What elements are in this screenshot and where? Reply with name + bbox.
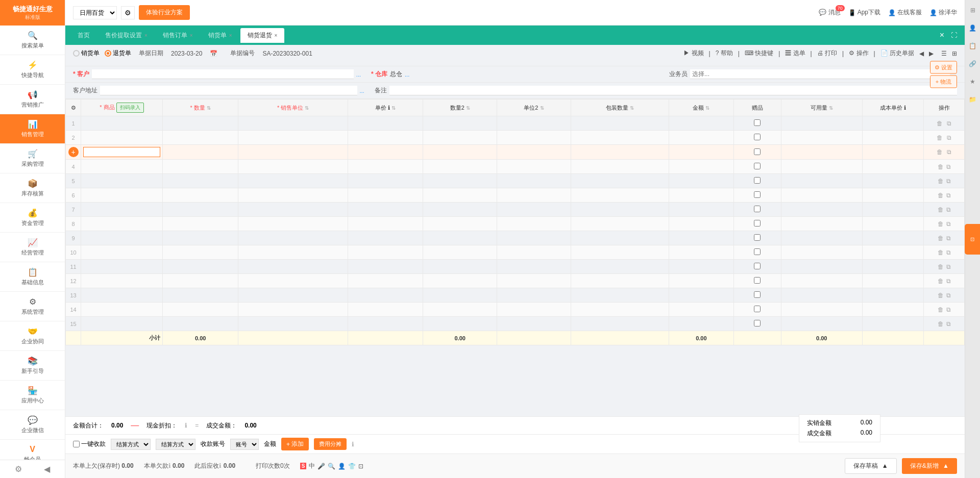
radio-return[interactable]: 退货单 [105,49,131,58]
row-unit-price[interactable] [348,116,423,131]
sidebar-item-purchase[interactable]: 🛒 采购管理 [0,144,65,173]
delete-icon[interactable]: 🗑 [938,220,944,228]
customer-input[interactable] [92,69,354,79]
row-qty2[interactable] [423,131,497,145]
sidebar-item-apps[interactable]: 🏪 应用中心 [0,381,65,410]
sort-icon[interactable]: ⇅ [207,105,211,111]
row-unit-price[interactable] [348,160,423,174]
tab-close-icon[interactable]: × [229,33,232,38]
date-value[interactable]: 2023-03-20 [171,50,202,57]
row-available[interactable] [781,131,862,145]
delete-icon[interactable]: 🗑 [938,235,944,242]
col-product[interactable]: * 商品 扫码录入 [81,99,163,116]
gift-checkbox[interactable] [754,119,761,126]
row-product[interactable] [81,116,163,131]
row-pack-qty[interactable] [571,160,669,174]
row-cost-price[interactable] [863,116,924,131]
row-pack-qty[interactable] [571,116,669,131]
col-sales-unit[interactable]: * 销售单位 ⇅ [238,99,348,116]
row-quantity[interactable] [163,145,238,160]
sort-icon[interactable]: ⇅ [540,105,544,111]
delete-icon[interactable]: 🗑 [937,134,943,141]
sidebar-item-collab[interactable]: 🤝 企业协同 [0,321,65,351]
add-payment-button[interactable]: + 添加 [281,438,309,450]
app-download-btn[interactable]: 📱 App下载 [848,8,880,17]
row-sales-unit[interactable] [238,160,348,174]
sort-icon[interactable]: ⇅ [466,105,470,111]
account-select[interactable]: 账号 [230,439,259,450]
payment-method-select[interactable]: 结算方式 [111,439,151,450]
maximize-button[interactable]: ⛶ [951,32,957,39]
col-cost-price[interactable]: 成本单价 ℹ [863,99,924,116]
sidebar-item-wechat[interactable]: 💬 企业微信 [0,410,65,440]
row-unit-price[interactable] [348,131,423,145]
one-click-payment-input[interactable] [73,441,80,447]
delete-icon[interactable]: 🗑 [938,320,944,328]
gift-checkbox[interactable] [754,263,761,269]
col-quantity[interactable]: * 数量 ⇅ [163,99,238,116]
row-gift[interactable] [733,145,781,160]
col-available[interactable]: 可用量 ⇅ [781,99,862,116]
row-unit2[interactable] [497,160,571,174]
toolbar-print-btn[interactable]: 🖨 打印 [817,49,837,58]
col-amount[interactable]: 金额 ⇅ [669,99,733,116]
copy-icon[interactable]: ⧉ [947,120,951,127]
right-panel-btn-6[interactable]: 📁 [968,94,978,105]
copy-icon[interactable]: ⧉ [947,148,951,156]
add-row-cell[interactable]: + [66,145,81,160]
topbar-gear-button[interactable]: ⚙ [121,6,135,19]
row-qty2[interactable] [423,145,497,160]
address-select-link[interactable]: ... [360,88,364,94]
remark-input[interactable] [389,86,957,95]
delete-icon[interactable]: 🗑 [938,249,944,256]
row-unit2[interactable] [497,131,571,145]
sidebar-item-member[interactable]: V 畅会员 [0,440,65,460]
copy-icon[interactable]: ⧉ [946,278,951,285]
col-gift[interactable]: 赠品 [733,99,781,116]
message-badge[interactable]: 💬 70 消息 [819,8,840,17]
row-amount[interactable] [669,131,733,145]
sidebar-item-guide[interactable]: 📚 新手引导 [0,351,65,381]
row-gift[interactable] [733,116,781,131]
row-sales-unit[interactable] [238,145,348,160]
sort-icon[interactable]: ⇅ [305,105,309,111]
add-row-button[interactable]: + [68,147,79,157]
delete-icon[interactable]: 🗑 [938,292,944,299]
right-panel-btn-1[interactable]: ⊞ [968,5,978,15]
row-quantity[interactable] [163,116,238,131]
tab-home[interactable]: 首页 [70,28,97,43]
sort-icon[interactable]: ⇅ [705,105,709,111]
row-cost-price[interactable] [863,131,924,145]
sort-icon[interactable]: ⇅ [630,105,634,111]
row-qty2[interactable] [423,160,497,174]
col-unit2[interactable]: 单位2 ⇅ [497,99,571,116]
row-cost-price[interactable] [863,160,924,174]
row-amount[interactable] [669,145,733,160]
row-available[interactable] [781,116,862,131]
gift-checkbox[interactable] [754,148,761,155]
row-sales-unit[interactable] [238,116,348,131]
settings-side-btn[interactable]: ⚙ 设置 [930,61,957,73]
address-input[interactable] [100,86,357,95]
copy-icon[interactable]: ⧉ [946,206,951,213]
col-unit-price[interactable]: 单价 ℹ ⇅ [348,99,423,116]
toolbar-operate-btn[interactable]: ⚙ 操作 [849,49,868,58]
delete-icon[interactable]: 🗑 [938,163,944,170]
toolbar-view-list[interactable]: ☰ [941,50,947,57]
copy-icon[interactable]: ⧉ [946,320,951,328]
warehouse-select-link[interactable]: ... [405,71,409,78]
gift-checkbox[interactable] [754,234,761,241]
one-click-payment-checkbox[interactable]: 一键收款 [73,440,106,448]
sort-icon[interactable]: ⇅ [391,105,396,111]
sidebar-item-basic[interactable]: 📋 基础信息 [0,262,65,292]
toolbar-history-btn[interactable]: 📄 历史单据 [880,49,914,58]
customer-select-link[interactable]: ... [356,71,361,78]
logistics-side-btn[interactable]: + 物流 [930,75,957,88]
toolbar-shortcut-btn[interactable]: ⌨ 快捷键 [745,49,773,58]
row-available[interactable] [781,160,862,174]
row-qty2[interactable] [423,116,497,131]
row-pack-qty[interactable] [571,131,669,145]
sidebar-collapse-icon[interactable]: ◀ [44,464,50,474]
row-product[interactable] [81,145,163,160]
copy-icon[interactable]: ⧉ [946,263,951,270]
